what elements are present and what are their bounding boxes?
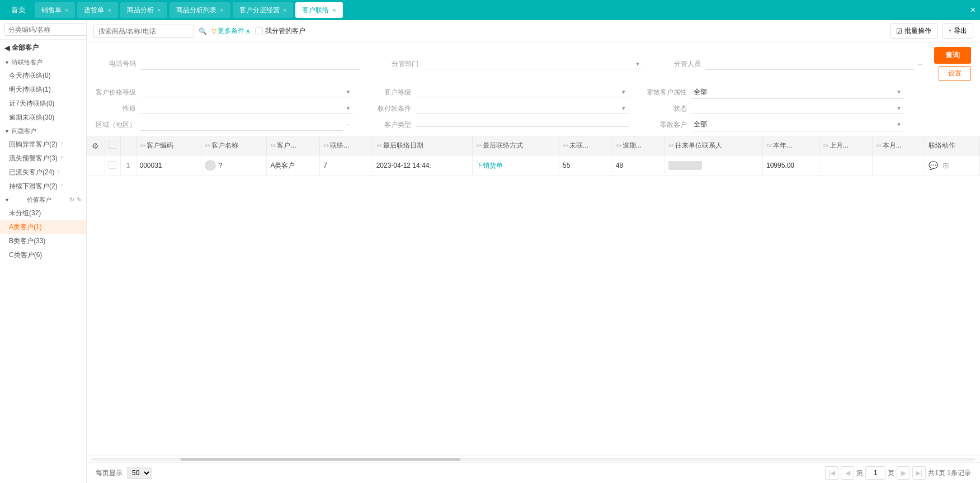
table-area[interactable]: ⚙ ⇔客户编码 ⇔客户名称 ⇔客户... ⇔联络... ⇔最后联络日期 ⇔最后联… bbox=[87, 136, 980, 456]
col-num bbox=[120, 136, 136, 155]
col-settings[interactable]: ⚙ bbox=[87, 136, 105, 155]
nav-tab-customer-contact[interactable]: 客户联络 × bbox=[295, 2, 342, 18]
nav-tab-analysis[interactable]: 商品分析 × bbox=[120, 2, 167, 18]
help-icon-churned: ? bbox=[56, 169, 60, 176]
scroll-track[interactable] bbox=[91, 458, 976, 461]
nature-chevron-icon: ▼ bbox=[345, 105, 351, 111]
filter-search-icon[interactable]: 🔍 bbox=[199, 27, 207, 35]
sidebar-item-churned[interactable]: 已流失客户(24) ? bbox=[0, 165, 86, 179]
row-customer-type: A类客户 bbox=[267, 155, 320, 176]
top-nav: 首页 销售单 × 进货单 × 商品分析 × 商品分析列表 × 客户分层经营 × … bbox=[0, 0, 980, 20]
row-name[interactable]: ? bbox=[201, 155, 267, 176]
per-page-select[interactable]: 50 bbox=[127, 467, 152, 479]
field-dept: 分管部门 ▼ bbox=[378, 59, 643, 69]
row-last-contact-method[interactable]: 下销货单 bbox=[472, 155, 559, 176]
table-gear-icon[interactable]: ⚙ bbox=[92, 141, 99, 150]
input-area[interactable] bbox=[140, 119, 343, 131]
label-scatter-customer: 零散客户 bbox=[647, 120, 691, 130]
sidebar: 🔍 ◀ 全部客户 待联络客户 今天待联络(0) 明天待联络(1) 近7天待联络(… bbox=[0, 20, 87, 483]
sidebar-item-repurchase-abnormal[interactable]: 回购异常客户(2) ? bbox=[0, 138, 86, 151]
close-tab-customer-contact-icon[interactable]: × bbox=[332, 7, 336, 13]
window-close-icon[interactable]: × bbox=[970, 5, 976, 15]
edit-icon[interactable]: ✎ bbox=[77, 196, 82, 203]
select-nature[interactable]: ▼ bbox=[140, 103, 353, 113]
input-manager[interactable] bbox=[705, 58, 915, 70]
sidebar-item-a-class[interactable]: A类客户(1) bbox=[0, 220, 86, 234]
col-check[interactable] bbox=[105, 136, 120, 155]
label-scatter-attr: 零散客户属性 bbox=[647, 88, 691, 97]
batch-op-btn[interactable]: ☑ 批量操作 bbox=[890, 23, 937, 39]
row-check[interactable] bbox=[105, 155, 120, 176]
last-page-btn[interactable]: ▶| bbox=[912, 466, 926, 480]
customer-level-chevron-icon: ▼ bbox=[621, 89, 626, 95]
sidebar-search-input[interactable] bbox=[4, 23, 87, 36]
input-phone[interactable] bbox=[140, 58, 360, 70]
help-icon-churn-warning: ? bbox=[60, 155, 63, 162]
area-dots-icon[interactable]: ··· bbox=[343, 121, 353, 129]
message-action-icon[interactable]: 💬 bbox=[929, 161, 938, 170]
sidebar-item-today-pending[interactable]: 今天待联络(0) bbox=[0, 69, 86, 83]
label-customer-type: 客户类型 bbox=[371, 120, 416, 130]
row-last-contact-date: 2023-04-12 14:44: bbox=[373, 155, 472, 176]
export-btn[interactable]: ↑ 导出 bbox=[942, 23, 973, 39]
select-scatter-customer[interactable]: 全部 ▼ bbox=[691, 118, 904, 131]
page-label: 第 bbox=[856, 468, 863, 478]
sidebar-item-b-class[interactable]: B类客户(33) bbox=[0, 234, 86, 248]
adv-filter-row-4: 区域（地区） ··· 客户类型 零散客户 全部 ▼ bbox=[96, 118, 971, 131]
sidebar-item-tomorrow-pending[interactable]: 明天待联络(1) bbox=[0, 83, 86, 97]
last-contact-method-link[interactable]: 下销货单 bbox=[476, 162, 503, 169]
search-input[interactable] bbox=[93, 25, 194, 38]
select-scatter-attr[interactable]: 全部 ▼ bbox=[691, 86, 904, 99]
next-page-btn[interactable]: ▶ bbox=[897, 466, 910, 480]
filter-more-btn[interactable]: ▽ 更多条件 ∧ bbox=[211, 26, 251, 36]
col-last-month: ⇔上月... bbox=[819, 136, 873, 155]
label-price-level: 客户价格等级 bbox=[96, 88, 140, 97]
col-action: 联络动作 bbox=[925, 136, 980, 155]
sidebar-group-value[interactable]: 价值客户 ↻ ✎ bbox=[0, 193, 86, 206]
adv-filter-btns: 查询 设置 bbox=[925, 47, 971, 81]
nav-tab-sales[interactable]: 销售单 × bbox=[35, 2, 75, 18]
sidebar-item-churn-warning[interactable]: 流失预警客户(3) ? bbox=[0, 151, 86, 165]
nav-tab-purchase[interactable]: 进货单 × bbox=[77, 2, 117, 18]
manager-dots-icon[interactable]: ··· bbox=[915, 60, 925, 68]
scroll-area[interactable] bbox=[87, 456, 980, 462]
qr-action-icon[interactable]: ⊞ bbox=[943, 161, 949, 170]
close-tab-purchase-icon[interactable]: × bbox=[107, 7, 111, 13]
select-payment[interactable]: ▼ bbox=[416, 103, 628, 113]
sidebar-item-7days-pending[interactable]: 近7天待联络(0) bbox=[0, 97, 86, 111]
sidebar-item-overdue-contact[interactable]: 逾期未联络(30) bbox=[0, 111, 86, 125]
sidebar-all-customers[interactable]: ◀ 全部客户 bbox=[0, 40, 86, 56]
sidebar-item-c-class[interactable]: C类客户(6) bbox=[0, 248, 86, 262]
query-btn[interactable]: 查询 bbox=[934, 47, 971, 64]
row-unit-contact bbox=[665, 155, 763, 176]
label-nature: 性质 bbox=[96, 104, 140, 113]
select-all-checkbox[interactable] bbox=[109, 141, 116, 149]
adv-settings-btn[interactable]: 设置 bbox=[939, 66, 971, 81]
select-status[interactable]: ▼ bbox=[691, 103, 904, 113]
sidebar-group-pending[interactable]: 待联络客户 bbox=[0, 56, 86, 69]
first-page-btn[interactable]: |◀ bbox=[825, 466, 838, 480]
select-customer-level[interactable]: ▼ bbox=[416, 87, 628, 97]
nav-home[interactable]: 首页 bbox=[4, 0, 32, 20]
nav-tab-analysis-list[interactable]: 商品分析列表 × bbox=[169, 2, 230, 18]
my-customers-filter[interactable]: 我分管的客户 bbox=[255, 26, 305, 36]
adv-filter-row-3: 性质 ▼ 收付款条件 ▼ 状态 bbox=[96, 103, 971, 113]
close-tab-analysis-list-icon[interactable]: × bbox=[220, 7, 223, 13]
refresh-icon[interactable]: ↻ bbox=[69, 196, 74, 203]
nav-tab-customer-layer[interactable]: 客户分层经营 × bbox=[233, 2, 293, 18]
sidebar-item-declining[interactable]: 持续下滑客户(2) ? bbox=[0, 179, 86, 193]
prev-page-btn[interactable]: ◀ bbox=[841, 466, 854, 480]
col-unit-contact: ⇔往来单位联系人 bbox=[665, 136, 763, 155]
page-input[interactable] bbox=[865, 466, 885, 480]
my-customers-checkbox[interactable] bbox=[255, 27, 263, 35]
scroll-thumb[interactable] bbox=[181, 458, 460, 461]
select-customer-type[interactable] bbox=[416, 123, 628, 127]
select-dept[interactable]: ▼ bbox=[423, 59, 643, 69]
sidebar-group-problem[interactable]: 问题客户 bbox=[0, 125, 86, 138]
select-price-level[interactable]: ▼ bbox=[140, 87, 353, 97]
sidebar-item-unclassified[interactable]: 未分组(32) bbox=[0, 206, 86, 220]
row-checkbox[interactable] bbox=[109, 161, 116, 169]
close-tab-sales-icon[interactable]: × bbox=[65, 7, 68, 13]
close-tab-analysis-icon[interactable]: × bbox=[157, 7, 161, 13]
close-tab-customer-layer-icon[interactable]: × bbox=[283, 7, 286, 13]
